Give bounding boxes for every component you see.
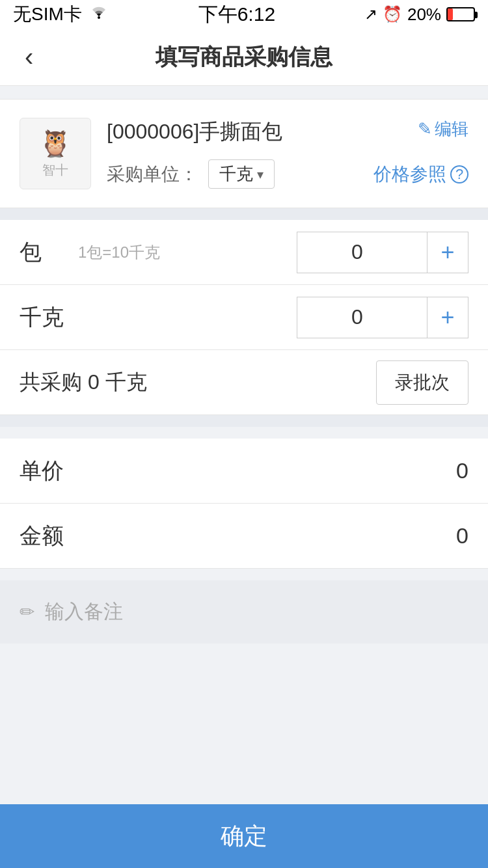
amount-row: 金额 0	[0, 504, 488, 569]
edit-icon: ✎	[418, 119, 432, 139]
amount-value: 0	[456, 523, 468, 549]
status-left: 无SIM卡	[13, 2, 109, 27]
battery-percent: 20%	[407, 5, 441, 25]
help-icon: ?	[450, 165, 468, 183]
input-section: 包 1包=10千克 + 千克 +	[0, 220, 488, 350]
alarm-icon: ⏰	[383, 5, 402, 23]
kg-plus-button[interactable]: +	[427, 297, 468, 338]
product-name-row: [0000006]手撕面包 ✎ 编辑	[107, 118, 468, 146]
product-name: [0000006]手撕面包	[107, 118, 282, 146]
page-title: 填写商品采购信息	[156, 42, 332, 72]
battery-icon	[446, 7, 475, 21]
chevron-down-icon: ▾	[257, 167, 264, 182]
price-reference-button[interactable]: 价格参照 ?	[373, 162, 468, 187]
status-bar: 无SIM卡 下午6:12 ↗ ⏰ 20%	[0, 0, 488, 29]
record-batch-button[interactable]: 录批次	[376, 360, 468, 405]
edit-button[interactable]: ✎ 编辑	[418, 118, 468, 141]
unit-price-value: 0	[456, 458, 468, 483]
bag-hint: 1包=10千克	[78, 242, 160, 263]
bag-plus-button[interactable]: +	[427, 232, 468, 273]
bag-input-row: 包 1包=10千克 +	[0, 220, 488, 285]
product-image: 🦉 智十	[20, 118, 91, 189]
location-icon: ↗	[364, 5, 377, 23]
bag-label: 包	[20, 237, 72, 267]
bag-quantity-input[interactable]	[297, 232, 427, 273]
product-info: [0000006]手撕面包 ✎ 编辑 采购单位： 千克 ▾ 价格参照 ?	[107, 118, 468, 189]
nav-bar: ‹ 填写商品采购信息	[0, 29, 488, 86]
owl-icon: 🦉	[39, 128, 72, 159]
kg-quantity-input[interactable]	[297, 297, 427, 338]
unit-select[interactable]: 千克 ▾	[208, 159, 275, 189]
kg-input-control: +	[297, 297, 468, 338]
owl-label: 智十	[42, 161, 68, 179]
back-button[interactable]: ‹	[18, 36, 40, 78]
wifi-icon	[88, 4, 109, 25]
carrier-text: 无SIM卡	[13, 2, 82, 27]
unit-price-label: 单价	[20, 456, 64, 486]
status-time: 下午6:12	[198, 1, 275, 28]
purchase-unit-label: 采购单位：	[107, 162, 198, 187]
kg-input-row: 千克 +	[0, 285, 488, 350]
product-card: 🦉 智十 [0000006]手撕面包 ✎ 编辑 采购单位： 千克 ▾	[0, 99, 488, 208]
section-divider-2	[0, 415, 488, 427]
remark-placeholder: 输入备注	[45, 599, 123, 625]
amount-label: 金额	[20, 521, 64, 551]
total-purchase-text: 共采购 0 千克	[20, 368, 147, 397]
purchase-unit-row: 采购单位： 千克 ▾ 价格参照 ?	[107, 159, 468, 189]
confirm-button[interactable]: 确定	[0, 804, 488, 868]
unit-price-row: 单价 0	[0, 439, 488, 504]
status-right: ↗ ⏰ 20%	[364, 5, 475, 25]
pencil-icon: ✏	[20, 601, 34, 623]
section-divider-1	[0, 208, 488, 220]
svg-point-0	[98, 16, 100, 19]
price-section: 单价 0 金额 0	[0, 439, 488, 569]
confirm-label: 确定	[221, 821, 267, 852]
bag-input-control: +	[297, 232, 468, 273]
remark-section[interactable]: ✏ 输入备注	[0, 580, 488, 644]
kg-label: 千克	[20, 303, 72, 332]
total-row: 共采购 0 千克 录批次	[0, 350, 488, 415]
